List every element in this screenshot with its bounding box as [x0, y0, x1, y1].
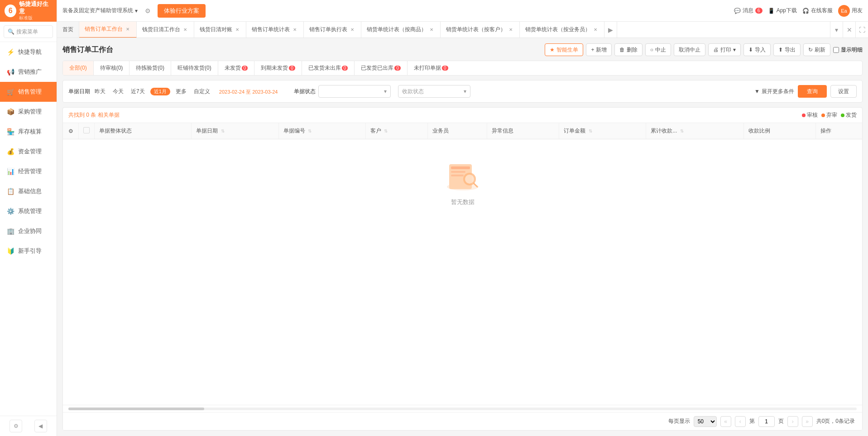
refresh-button[interactable]: ↻ 刷新: [803, 43, 830, 56]
next-page-button[interactable]: ›: [787, 416, 798, 427]
sidebar-item-finance[interactable]: 💰 资金管理: [0, 142, 57, 161]
show-detail-checkbox-label[interactable]: 显示明细: [833, 46, 863, 54]
sidebar-item-quick-nav[interactable]: ⚡ 快捷导航: [0, 42, 57, 62]
new-button[interactable]: + 新增: [586, 43, 611, 56]
scrollbar-thumb[interactable]: [68, 408, 204, 410]
filter-tab-not-shipped[interactable]: 未发货0: [218, 61, 255, 75]
tab-sales-summary-product[interactable]: 销货单统计表（按商品） ✕: [361, 22, 441, 38]
filter-tab-pending-inspect[interactable]: 待拣验货(0): [129, 61, 171, 75]
tab-action-expand[interactable]: ▾: [830, 22, 843, 38]
show-detail-checkbox[interactable]: [833, 47, 839, 53]
filter-tab-expired[interactable]: 到期未发货0: [254, 61, 302, 75]
filter-tab-shipped-not-out[interactable]: 已发货未出库0: [302, 61, 355, 75]
th-customer[interactable]: 客户 ⇅: [365, 123, 427, 139]
filter-tab-pending[interactable]: 待审核(0): [94, 61, 130, 75]
audit-action[interactable]: 审核: [802, 111, 818, 119]
collapse-button[interactable]: ◀: [34, 420, 47, 432]
system-title: 装备及固定资产辅助管理系统: [62, 7, 133, 14]
settings-button[interactable]: ⚙: [10, 420, 22, 432]
online-service-button[interactable]: 🎧 在线客服: [802, 7, 833, 14]
sidebar-item-sales[interactable]: 🛒 销售管理: [0, 82, 57, 102]
tab-sales-stats[interactable]: 销售订单统计表 ✕: [246, 22, 304, 38]
set-button[interactable]: 设置: [830, 85, 857, 98]
sidebar-item-enterprise[interactable]: 🏢 企业协同: [0, 221, 57, 241]
message-button[interactable]: 💬 消息 6: [734, 7, 762, 14]
date-option-today[interactable]: 今天: [111, 87, 125, 96]
suspend-button[interactable]: ○ 中止: [645, 43, 671, 56]
topbar-settings-button[interactable]: ⚙: [141, 5, 154, 17]
sidebar-item-inventory[interactable]: 🏪 库存核算: [0, 122, 57, 142]
date-option-custom[interactable]: 自定义: [192, 87, 212, 96]
date-option-7days[interactable]: 近7天: [129, 87, 147, 96]
table-scroll-container[interactable]: ⚙ 单据整体状态 单据日期 ⇅: [63, 123, 862, 405]
sidebar-item-purchase[interactable]: 📦 采购管理: [0, 102, 57, 122]
tab-cash-reconcile-close[interactable]: ✕: [234, 27, 240, 33]
search-menu-button[interactable]: 🔍 搜索菜单: [4, 25, 53, 38]
filter-tab-all[interactable]: 全部(0): [63, 61, 94, 75]
sidebar-item-guide[interactable]: 🔰 新手引导: [0, 241, 57, 261]
status-select[interactable]: ▾: [318, 85, 391, 98]
cancel-audit-action[interactable]: 弃审: [821, 111, 837, 119]
tab-sales-stats-close[interactable]: ✕: [292, 27, 298, 33]
th-number[interactable]: 单据编号 ⇅: [278, 123, 365, 139]
th-collected[interactable]: 累计收款... ⇅: [646, 123, 743, 139]
last-page-button[interactable]: »: [802, 416, 813, 427]
page-size-select[interactable]: 50 10 20 100: [694, 416, 717, 427]
tab-sales-summary-customer[interactable]: 销货单统计表（按客户） ✕: [441, 22, 520, 38]
export-button[interactable]: ⬆ 导出: [773, 43, 801, 56]
import-button[interactable]: ⬇ 导入: [743, 43, 771, 56]
filter-tab-shipped-out[interactable]: 已发货已出库0: [355, 61, 408, 75]
sidebar-item-operations[interactable]: 📊 经营管理: [0, 161, 57, 181]
app-download-button[interactable]: 📱 App下载: [768, 7, 797, 14]
cancel-suspend-button[interactable]: 取消中止: [674, 43, 705, 56]
filter-tab-not-printed[interactable]: 未打印单据0: [408, 61, 455, 75]
tab-home[interactable]: 首页: [57, 22, 79, 38]
tab-sales-summary-customer-close[interactable]: ✕: [508, 27, 514, 33]
sidebar: 6 畅捷通好生意 标准版 🔍 搜索菜单 ⚡ 快捷导航 📢 营销推广 🛒 销售管理…: [0, 0, 57, 436]
th-date[interactable]: 单据日期 ⇅: [192, 123, 278, 139]
industry-solution-button[interactable]: 体验行业方案: [158, 4, 206, 18]
th-amount[interactable]: 订单金额 ⇅: [559, 123, 646, 139]
horizontal-scrollbar[interactable]: [63, 405, 862, 412]
tab-cash-daily[interactable]: 钱货日清工作台 ✕: [137, 22, 194, 38]
delete-button[interactable]: 🗑 删除: [614, 43, 643, 56]
expand-filter-button[interactable]: ▼ 展开更多条件: [754, 88, 794, 95]
sidebar-item-marketing[interactable]: 📢 营销推广: [0, 62, 57, 82]
tab-action-close[interactable]: ✕: [843, 22, 855, 38]
date-option-1month[interactable]: 近1月: [150, 88, 170, 95]
tab-cash-reconcile[interactable]: 钱货日清对账 ✕: [194, 22, 246, 38]
smart-create-button[interactable]: ★ 智能生单: [545, 43, 583, 56]
date-option-more[interactable]: 更多: [174, 87, 188, 96]
prev-page-icon: ‹: [739, 418, 741, 425]
tab-sales-exec-close[interactable]: ✕: [349, 27, 355, 33]
system-title-dropdown[interactable]: 装备及固定资产辅助管理系统 ▾: [62, 7, 138, 14]
first-page-button[interactable]: «: [720, 416, 731, 427]
tab-sales-summary-product-close[interactable]: ✕: [428, 27, 435, 33]
sidebar-item-basic[interactable]: 📋 基础信息: [0, 181, 57, 201]
column-settings-icon[interactable]: ⚙: [67, 128, 74, 134]
tab-sales-exec[interactable]: 销售订单执行表 ✕: [304, 22, 361, 38]
query-button[interactable]: 查询: [798, 85, 827, 98]
tab-action-fullscreen[interactable]: ⛶: [855, 22, 868, 38]
tab-sales-summary-staff[interactable]: 销货单统计表（按业务员） ✕: [520, 22, 604, 38]
date-option-yesterday[interactable]: 昨天: [93, 87, 107, 96]
quick-nav-icon: ⚡: [6, 48, 14, 56]
tab-sales-summary-staff-close[interactable]: ✕: [592, 27, 599, 33]
table-header-row: ⚙ 单据整体状态 单据日期 ⇅: [63, 123, 862, 139]
select-all-checkbox[interactable]: [83, 127, 90, 133]
print-button[interactable]: 🖨 打印 ▾: [708, 43, 741, 56]
tab-scroll-right[interactable]: ▶: [604, 22, 617, 38]
ship-action[interactable]: 发货: [841, 111, 857, 119]
sidebar-item-label: 快捷导航: [18, 48, 42, 56]
prev-page-button[interactable]: ‹: [735, 416, 746, 427]
sidebar-item-system[interactable]: ⚙️ 系统管理: [0, 201, 57, 221]
expand-label: 展开更多条件: [762, 88, 794, 95]
tab-cash-daily-label: 钱货日清工作台: [142, 26, 180, 33]
page-number-input[interactable]: [758, 416, 775, 427]
filter-tab-wangpu-ship[interactable]: 旺铺待发货(0): [171, 61, 218, 75]
user-menu[interactable]: Ea 用友: [838, 5, 863, 17]
tab-cash-daily-close[interactable]: ✕: [182, 27, 188, 33]
tab-sales-workbench[interactable]: 销售订单工作台 ✕: [79, 22, 137, 38]
tab-sales-workbench-close[interactable]: ✕: [125, 26, 131, 33]
payment-select[interactable]: 收款状态 ▾: [398, 85, 470, 98]
